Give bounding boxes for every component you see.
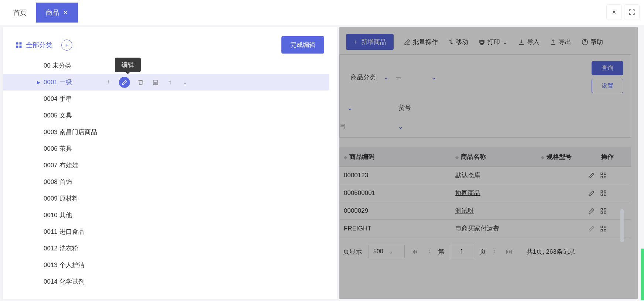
tab-product[interactable]: 商品 ✕ (36, 3, 78, 23)
close-all-button[interactable]: ✕ (606, 4, 622, 20)
category-item-label: 0014 化学试剂 (44, 277, 85, 286)
archive-button[interactable] (151, 78, 160, 86)
category-item-label: 00 未分类 (44, 61, 71, 70)
add-child-button[interactable]: + (104, 78, 112, 86)
all-categories-label: 全部分类 (26, 41, 52, 49)
dim-overlay (339, 27, 638, 299)
close-icon[interactable]: ✕ (63, 8, 68, 17)
category-item-label: 0011 进口食品 (44, 228, 85, 236)
close-icon: ✕ (612, 9, 616, 15)
scrollbar[interactable] (620, 209, 624, 242)
category-item[interactable]: 0014 化学试剂 (3, 273, 329, 290)
category-item[interactable]: 00 未分类 (3, 57, 329, 74)
category-item[interactable]: 0005 文具 (3, 107, 329, 124)
tooltip-label: 编辑 (121, 61, 134, 68)
finish-edit-button[interactable]: 完成编辑 (281, 36, 324, 54)
svg-rect-21 (20, 45, 22, 48)
tab-product-label: 商品 (46, 8, 59, 17)
category-item[interactable]: 0003 南昌门店商品 (3, 124, 329, 140)
category-item-label: 0009 原材料 (44, 194, 78, 203)
category-item-label: 0006 茶具 (44, 144, 72, 153)
category-item[interactable]: 0008 首饰 (3, 174, 329, 190)
category-item-label: 0005 文具 (44, 111, 72, 120)
row-actions: +↑↓ (104, 77, 189, 88)
category-list[interactable]: 00 未分类▶0001 一级+↑↓0004 手串0005 文具0003 南昌门店… (3, 57, 337, 294)
tab-home[interactable]: 首页 (4, 3, 36, 23)
scroll-indicator (641, 249, 644, 300)
category-item[interactable]: 0004 手串 (3, 90, 329, 107)
category-item[interactable]: ▶0001 一级+↑↓ (3, 74, 329, 90)
fullscreen-button[interactable] (624, 4, 640, 20)
tooltip: 编辑 (115, 58, 141, 72)
add-category-button[interactable]: + (61, 40, 72, 51)
category-panel: 全部分类 + 完成编辑 00 未分类▶0001 一级+↑↓0004 手串0005… (3, 27, 337, 299)
move-down-button[interactable]: ↓ (181, 78, 189, 86)
category-item[interactable]: 0011 进口食品 (3, 223, 329, 240)
move-up-button[interactable]: ↑ (166, 78, 174, 86)
tab-home-label: 首页 (13, 8, 27, 17)
finish-edit-label: 完成编辑 (290, 41, 315, 48)
edit-button[interactable] (119, 77, 130, 88)
category-item-label: 0008 首饰 (44, 178, 72, 186)
delete-button[interactable] (137, 78, 145, 86)
category-item-label: 0010 其他 (44, 211, 72, 219)
category-item-label: 0003 南昌门店商品 (44, 128, 97, 136)
category-item[interactable]: 0007 布娃娃 (3, 157, 329, 174)
category-item-label: 0007 布娃娃 (44, 161, 78, 170)
all-categories-link[interactable]: 全部分类 (16, 41, 52, 49)
top-tabs: 首页 商品 ✕ ✕ (0, 0, 644, 25)
category-item[interactable]: 0010 其他 (3, 207, 329, 223)
svg-rect-18 (16, 42, 18, 44)
category-item-label: 0001 一级 (44, 78, 72, 86)
svg-rect-20 (16, 45, 18, 48)
plus-icon: + (65, 42, 68, 48)
category-item-label: 0004 手串 (44, 95, 72, 103)
fullscreen-icon (628, 9, 635, 16)
category-item[interactable]: 0013 个人护洁 (3, 257, 329, 273)
category-header: 全部分类 + 完成编辑 (3, 27, 337, 57)
category-item-label: 0013 个人护洁 (44, 261, 85, 269)
grid-icon (16, 42, 22, 48)
category-item[interactable]: 0009 原材料 (3, 190, 329, 207)
caret-icon: ▶ (37, 80, 40, 85)
category-item[interactable]: 0012 洗衣粉 (3, 240, 329, 257)
category-item-label: 0012 洗衣粉 (44, 244, 78, 253)
category-item[interactable]: 0006 茶具 (3, 140, 329, 157)
svg-rect-19 (20, 42, 22, 44)
